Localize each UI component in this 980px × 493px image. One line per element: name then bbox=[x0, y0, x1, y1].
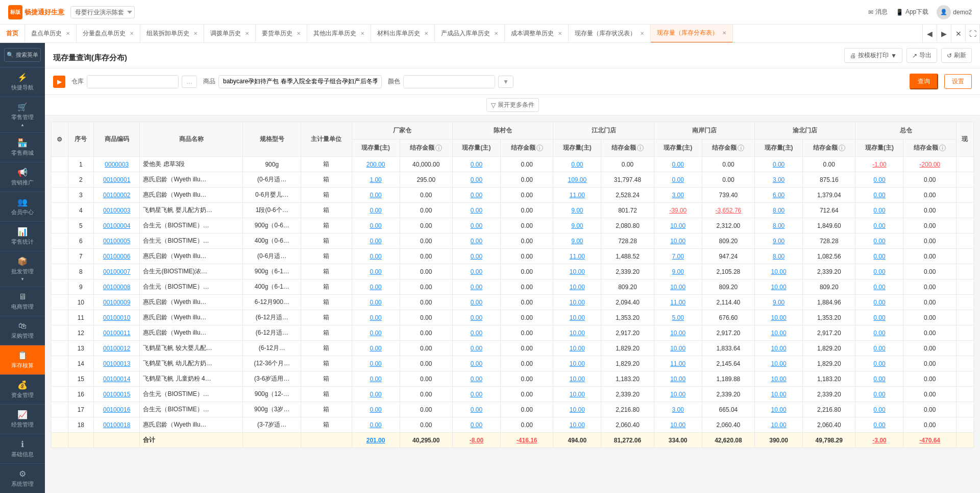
code-cell[interactable]: 00100008 bbox=[94, 279, 140, 295]
sidebar-search-btn[interactable]: 🔍 搜索英单 bbox=[4, 48, 41, 62]
tab-home[interactable]: 首页 bbox=[0, 25, 25, 43]
sidebar-item-retail[interactable]: 🛒 零售管理 ▲ bbox=[0, 97, 45, 133]
sidebar-item-retail-stats[interactable]: 📊 零售统计 bbox=[0, 222, 45, 251]
close-tab-qita[interactable]: ✕ bbox=[360, 31, 364, 36]
avatar: 👤 bbox=[937, 5, 951, 19]
info-icon-yb[interactable]: i bbox=[839, 145, 845, 151]
sidebar-item-ecommerce[interactable]: 🖥 电商管理 bbox=[0, 287, 45, 316]
warehouse-input[interactable] bbox=[87, 75, 179, 88]
code-cell[interactable]: 00100013 bbox=[94, 356, 140, 371]
code-cell[interactable]: 00100004 bbox=[94, 218, 140, 233]
goods-label: 商品 bbox=[203, 77, 215, 86]
close-tab-yaohuo[interactable]: ✕ bbox=[297, 31, 301, 36]
app-download-btn[interactable]: 📱 App下载 bbox=[896, 8, 928, 16]
setting-btn[interactable]: 设置 bbox=[944, 74, 972, 89]
col-settings[interactable]: ⚙ bbox=[52, 122, 68, 157]
tab-yaohuo[interactable]: 要货单历史 ✕ bbox=[256, 25, 307, 43]
info-icon-na[interactable]: i bbox=[738, 145, 744, 151]
nav-fullscreen-btn[interactable]: ⛶ bbox=[966, 25, 980, 43]
export-btn[interactable]: ↗ 导出 bbox=[906, 48, 937, 63]
info-icon-cx[interactable]: i bbox=[536, 145, 543, 151]
nav-next-btn[interactable]: ▶ bbox=[937, 25, 951, 43]
sidebar-item-inventory[interactable]: 📋 库存核算 bbox=[0, 345, 45, 375]
code-cell[interactable]: 00100011 bbox=[94, 325, 140, 341]
chevron-down-icon3: ▽ bbox=[491, 102, 496, 109]
close-tab-xiancunzhuang[interactable]: ✕ bbox=[640, 31, 644, 36]
code-cell[interactable]: 00100003 bbox=[94, 203, 140, 218]
code-cell[interactable]: 0000003 bbox=[94, 157, 140, 172]
tab-cailiao[interactable]: 材料出库单历史 ✕ bbox=[371, 25, 435, 43]
code-cell[interactable]: 00100010 bbox=[94, 310, 140, 325]
tab-diaobo[interactable]: 调拨单历史 ✕ bbox=[204, 25, 256, 43]
sidebar-item-basic[interactable]: ℹ 基础信息 bbox=[0, 434, 45, 464]
close-tab-chengben[interactable]: ✕ bbox=[558, 31, 562, 36]
tab-zuhe[interactable]: 组装拆卸单历史 ✕ bbox=[140, 25, 204, 43]
collapse-btn[interactable]: ▶ bbox=[53, 76, 65, 88]
sidebar-item-wholesale[interactable]: 📦 批发管理 ▼ bbox=[0, 251, 45, 287]
info-icon-fac[interactable]: i bbox=[435, 145, 442, 151]
tab-chengpin[interactable]: 产成品入库单历史 ✕ bbox=[435, 25, 505, 43]
code-cell[interactable]: 00100012 bbox=[94, 341, 140, 356]
col-code: 商品编码 bbox=[94, 122, 140, 157]
sidebar-item-member[interactable]: 👥 会员中心 bbox=[0, 192, 45, 222]
expand-conditions-btn[interactable]: ▽ 展开更多条件 bbox=[486, 98, 539, 112]
sidebar-item-purchase[interactable]: 🛍 采购管理 bbox=[0, 316, 45, 345]
nav-prev-btn[interactable]: ◀ bbox=[923, 25, 937, 43]
sidebar-item-marketing[interactable]: 📢 营销推广 bbox=[0, 162, 45, 192]
code-cell[interactable]: 00100006 bbox=[94, 249, 140, 264]
nav-close-all-btn[interactable]: ✕ bbox=[951, 25, 966, 43]
tab-fenpandian[interactable]: 分量盘点单历史 ✕ bbox=[77, 25, 140, 43]
color-dropdown-btn[interactable]: ▼ bbox=[498, 76, 513, 88]
sidebar-item-system[interactable]: ⚙ 系统管理 bbox=[0, 464, 45, 493]
printer-icon: 🖨 bbox=[850, 52, 856, 59]
main-content: 现存量查询(库存分布) 🖨 按模板打印 ▼ ↗ 导出 ↺ 刷新 ▶ bbox=[45, 43, 980, 493]
info-icon-total[interactable]: i bbox=[939, 145, 946, 151]
sidebar-item-operations[interactable]: 📈 经营管理 bbox=[0, 405, 45, 434]
mall-icon: 🏪 bbox=[2, 138, 43, 148]
code-cell[interactable]: 00100014 bbox=[94, 371, 140, 387]
info-icon-jb[interactable]: i bbox=[637, 145, 644, 151]
code-cell[interactable]: 00100009 bbox=[94, 295, 140, 310]
close-tab-xiancunfen[interactable]: ✕ bbox=[722, 30, 726, 36]
table-row: 1 0000003 爱他美 虑草3段 900g 箱 200.00 40,000.… bbox=[52, 157, 974, 172]
sidebar-item-quicknav[interactable]: ⚡ 快捷导航 bbox=[0, 67, 45, 97]
refresh-btn[interactable]: ↺ 刷新 bbox=[941, 48, 972, 63]
close-tab-zuhe[interactable]: ✕ bbox=[193, 31, 198, 36]
message-btn[interactable]: ✉ 消息 bbox=[868, 8, 888, 16]
code-cell[interactable]: 00100018 bbox=[94, 417, 140, 433]
top-bar-left: 标版 畅捷通好生意 母婴行业演示陈套 bbox=[8, 5, 135, 19]
user-menu[interactable]: 👤 demo2 bbox=[937, 5, 972, 19]
color-input[interactable] bbox=[403, 75, 495, 88]
tab-xiancunfen[interactable]: 现存量（库存分布表） ✕ bbox=[651, 25, 733, 43]
code-cell[interactable]: 00100015 bbox=[94, 387, 140, 402]
tab-qita[interactable]: 其他出库单历史 ✕ bbox=[307, 25, 371, 43]
sidebar-item-finance[interactable]: 💰 资金管理 bbox=[0, 375, 45, 405]
tab-chengben[interactable]: 成本调整单历史 ✕ bbox=[505, 25, 569, 43]
warehouse-label: 仓库 bbox=[71, 77, 84, 86]
finance-icon: 💰 bbox=[2, 380, 43, 390]
tab-xiancunzhuang[interactable]: 现存量（库存状况表） ✕ bbox=[569, 25, 651, 43]
close-tab-pandian[interactable]: ✕ bbox=[66, 31, 70, 36]
sidebar-item-mall[interactable]: 🏪 零售商城 bbox=[0, 133, 45, 162]
tenant-selector[interactable]: 母婴行业演示陈套 bbox=[70, 6, 135, 18]
code-cell[interactable]: 00100001 bbox=[94, 172, 140, 187]
col-fac-amount: 结存金额i bbox=[400, 139, 452, 157]
close-tab-chengpin[interactable]: ✕ bbox=[494, 31, 498, 36]
username: demo2 bbox=[953, 9, 972, 16]
tab-pandian[interactable]: 盘点单历史 ✕ bbox=[25, 25, 77, 43]
close-tab-diaobo[interactable]: ✕ bbox=[245, 31, 249, 36]
code-cell[interactable]: 00100002 bbox=[94, 187, 140, 203]
close-tab-cailiao[interactable]: ✕ bbox=[424, 31, 428, 36]
table-row: 17 00100016 合生元（BIOSTIME）… 900g（3岁… 箱 0.… bbox=[52, 402, 974, 417]
warehouse-select-btn[interactable]: … bbox=[182, 76, 197, 88]
code-cell[interactable]: 00100007 bbox=[94, 264, 140, 279]
goods-input[interactable] bbox=[218, 75, 382, 88]
close-tab-fenpandian[interactable]: ✕ bbox=[130, 31, 134, 36]
code-cell[interactable]: 00100016 bbox=[94, 402, 140, 417]
code-cell[interactable]: 00100005 bbox=[94, 233, 140, 249]
col-jb-amount: 结存金额i bbox=[601, 139, 654, 157]
marketing-icon: 📢 bbox=[2, 168, 43, 177]
query-btn[interactable]: 查询 bbox=[910, 74, 938, 89]
print-btn[interactable]: 🖨 按模板打印 ▼ bbox=[844, 48, 902, 63]
col-group-jb: 江北门店 bbox=[553, 122, 654, 139]
